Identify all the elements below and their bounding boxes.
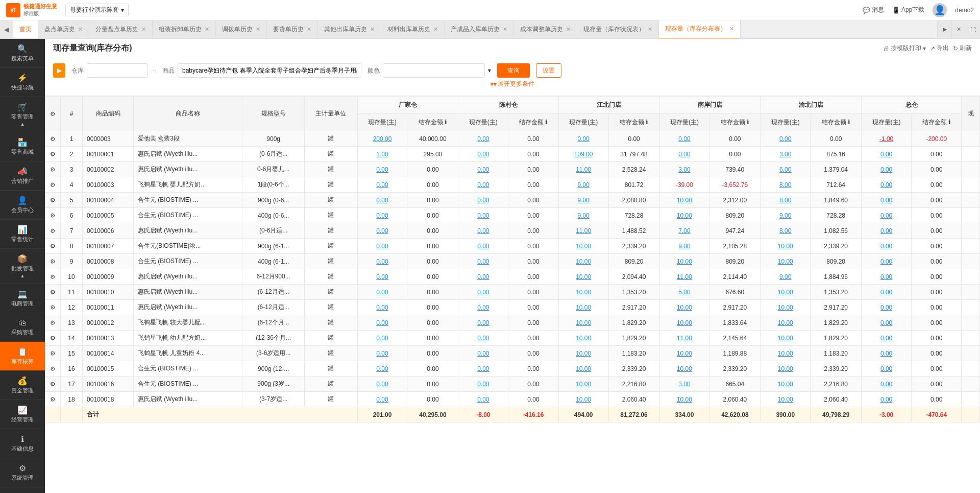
yb-stock-link[interactable]: 0.00 — [779, 135, 791, 143]
yb-stock-link[interactable]: 10.00 — [778, 335, 793, 342]
app-download-button[interactable]: 📱 App下载 — [892, 6, 924, 14]
yb-stock-link[interactable]: 6.00 — [779, 166, 791, 173]
chen-stock-link[interactable]: 0.00 — [477, 181, 489, 189]
tot-stock-link[interactable]: 0.00 — [880, 166, 892, 173]
tab-close-icon[interactable]: ✕ — [307, 26, 311, 33]
message-button[interactable]: 💬 消息 — [863, 6, 884, 14]
chen-stock-link[interactable]: 0.00 — [477, 365, 489, 372]
fac-stock-link[interactable]: 0.00 — [376, 166, 388, 173]
tot-stock-link[interactable]: 0.00 — [880, 335, 892, 342]
yb-stock-link[interactable]: 8.00 — [779, 197, 791, 204]
fac-stock-link[interactable]: 0.00 — [376, 181, 388, 189]
jb-stock-link[interactable]: 10.00 — [576, 350, 591, 357]
tot-stock-link[interactable]: 0.00 — [880, 381, 892, 388]
jb-stock-link[interactable]: 10.00 — [576, 381, 591, 388]
fac-stock-link[interactable]: 0.00 — [376, 304, 388, 311]
print-button[interactable]: 🖨 按模版打印 ▾ — [883, 44, 926, 53]
tab-close-icon[interactable]: ✕ — [205, 26, 209, 33]
sidebar-item-7[interactable]: 📦批发管理▲ — [0, 249, 45, 284]
sidebar-item-15[interactable]: 🤝企业协同 — [0, 487, 45, 493]
tab-item-3[interactable]: 组装拆卸单历史✕ — [153, 20, 216, 39]
tab-close-icon[interactable]: ✕ — [256, 26, 260, 33]
chen-stock-link[interactable]: 0.00 — [477, 350, 489, 357]
yb-stock-link[interactable]: 10.00 — [778, 396, 793, 403]
tot-stock-link[interactable]: 0.00 — [880, 243, 892, 250]
tab-close-icon[interactable]: ✕ — [503, 26, 507, 33]
tot-stock-link[interactable]: 0.00 — [880, 151, 892, 158]
tot-stock-link[interactable]: 0.00 — [880, 212, 892, 219]
tab-close-all-button[interactable]: ✕ — [951, 20, 966, 39]
fac-stock-link[interactable]: 0.00 — [376, 227, 388, 234]
yb-stock-link[interactable]: 10.00 — [778, 365, 793, 372]
jb-stock-link[interactable]: 10.00 — [576, 304, 591, 311]
yb-stock-link[interactable]: 10.00 — [778, 350, 793, 357]
na-stock-link[interactable]: 3.00 — [678, 166, 690, 173]
tot-stock-link[interactable]: -1.00 — [879, 135, 893, 143]
tab-item-4[interactable]: 调拨单历史✕ — [216, 20, 267, 39]
sidebar-item-8[interactable]: 💻电商管理 — [0, 284, 45, 313]
tab-prev-button[interactable]: ◀ — [0, 20, 13, 39]
avatar[interactable]: 👤 — [933, 3, 947, 17]
yb-stock-link[interactable]: 9.00 — [779, 212, 791, 219]
fac-stock-link[interactable]: 0.00 — [376, 335, 388, 342]
tab-close-icon[interactable]: ✕ — [370, 26, 375, 33]
sidebar-item-14[interactable]: ⚙系统管理 — [0, 458, 45, 487]
tot-stock-link[interactable]: 0.00 — [880, 197, 892, 204]
query-button[interactable]: 查询 — [497, 63, 530, 78]
sidebar-item-1[interactable]: ⚡快捷导航 — [0, 68, 45, 97]
jb-stock-link[interactable]: 9.00 — [577, 212, 589, 219]
na-stock-link[interactable]: 11.00 — [677, 335, 692, 342]
na-stock-link[interactable]: 10.00 — [677, 365, 692, 372]
na-stock-link[interactable]: 3.00 — [678, 381, 690, 388]
fac-stock-link[interactable]: 0.00 — [376, 396, 388, 403]
na-stock-link[interactable]: 10.00 — [677, 396, 692, 403]
filter-toggle-button[interactable]: ▶ — [53, 63, 65, 78]
color-input[interactable] — [383, 63, 485, 78]
na-stock-link[interactable]: 5.00 — [678, 289, 690, 296]
sidebar-item-12[interactable]: 📈经营管理 — [0, 400, 45, 429]
sidebar-item-11[interactable]: 💰资金管理 — [0, 371, 45, 400]
yb-stock-link[interactable]: 10.00 — [778, 289, 793, 296]
fac-stock-link[interactable]: 1.00 — [376, 151, 388, 158]
expand-conditions-button[interactable]: ▾▾ 展开更多条件 — [491, 80, 534, 88]
tab-item-1[interactable]: 盘点单历史✕ — [38, 20, 89, 39]
chen-stock-link[interactable]: 0.00 — [477, 258, 489, 265]
na-stock-link[interactable]: 10.00 — [677, 212, 692, 219]
tab-item-7[interactable]: 材料出库单历史✕ — [381, 20, 445, 39]
jb-stock-link[interactable]: 9.00 — [577, 197, 589, 204]
yb-stock-link[interactable]: 10.00 — [778, 381, 793, 388]
chen-stock-link[interactable]: 0.00 — [477, 197, 489, 204]
jb-stock-link[interactable]: 11.00 — [576, 227, 591, 234]
chen-stock-link[interactable]: 0.00 — [477, 304, 489, 311]
tab-item-10[interactable]: 现存量（库存状况表）✕ — [577, 20, 659, 39]
sidebar-item-5[interactable]: 👤会员中心 — [0, 191, 45, 220]
jb-stock-link[interactable]: 11.00 — [576, 166, 591, 173]
chen-stock-link[interactable]: 0.00 — [477, 396, 489, 403]
jb-stock-link[interactable]: 10.00 — [576, 273, 591, 280]
tab-item-2[interactable]: 分量盘点单历史✕ — [89, 20, 153, 39]
tab-item-9[interactable]: 成本调整单历史✕ — [514, 20, 577, 39]
tab-close-icon[interactable]: ✕ — [729, 26, 734, 32]
fac-stock-link[interactable]: 0.00 — [376, 212, 388, 219]
yb-stock-link[interactable]: 10.00 — [778, 319, 793, 326]
na-stock-link[interactable]: 0.00 — [678, 151, 690, 158]
refresh-button[interactable]: ↻ 刷新 — [953, 44, 972, 53]
fac-stock-link[interactable]: 0.00 — [376, 350, 388, 357]
chen-stock-link[interactable]: 0.00 — [477, 212, 489, 219]
tab-item-6[interactable]: 其他出库单历史✕ — [318, 20, 381, 39]
jb-stock-link[interactable]: 10.00 — [576, 289, 591, 296]
setting-button[interactable]: 设置 — [536, 63, 561, 78]
chen-stock-link[interactable]: 0.00 — [477, 381, 489, 388]
tot-stock-link[interactable]: 0.00 — [880, 304, 892, 311]
tot-stock-link[interactable]: 0.00 — [880, 365, 892, 372]
yb-stock-link[interactable]: 8.00 — [779, 181, 791, 189]
na-stock-link[interactable]: 10.00 — [677, 258, 692, 265]
na-stock-link[interactable]: 10.00 — [677, 197, 692, 204]
tot-stock-link[interactable]: 0.00 — [880, 319, 892, 326]
fac-stock-link[interactable]: 0.00 — [376, 258, 388, 265]
tot-stock-link[interactable]: 0.00 — [880, 350, 892, 357]
na-stock-link[interactable]: 11.00 — [677, 273, 692, 280]
sidebar-item-9[interactable]: 🛍采购管理 — [0, 313, 45, 342]
sidebar-item-6[interactable]: 📊零售统计 — [0, 220, 45, 249]
fac-stock-link[interactable]: 0.00 — [376, 289, 388, 296]
